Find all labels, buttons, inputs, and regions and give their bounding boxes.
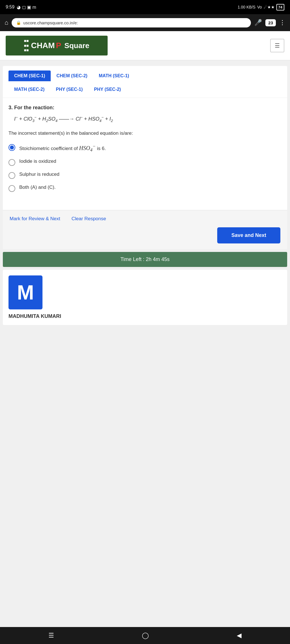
main-content: ■■■■■■ CHAMP Square ☰ CHEM (SEC-1) CHEM … xyxy=(0,31,290,644)
network-type: Vo xyxy=(257,5,262,9)
time-left-bar: Time Left : 2h 4m 45s xyxy=(3,252,287,267)
tabs-row-1: CHEM (SEC-1) CHEM (SEC-2) MATH (SEC-1) xyxy=(8,70,282,81)
question-body: The incorrect statement(s) in the balanc… xyxy=(8,130,282,137)
url-bar[interactable]: 🔒 uscore.champsquare.co.in/e: xyxy=(12,18,251,27)
lock-icon: 🔒 xyxy=(16,20,21,25)
option-b-text: Iodide is oxidized xyxy=(19,159,56,164)
option-d[interactable]: Both (A) and (C). xyxy=(8,185,282,192)
tab-math-sec2[interactable]: MATH (SEC-2) xyxy=(8,84,50,95)
hso4-formula: HSO4− xyxy=(79,145,95,151)
user-section: M MADHUMITA KUMARI xyxy=(3,270,287,325)
user-avatar: M xyxy=(8,275,42,309)
hamburger-menu-button[interactable]: ☰ xyxy=(270,39,284,52)
tabs-row-2: MATH (SEC-2) PHY (SEC-1) PHY (SEC-2) xyxy=(8,81,282,98)
action-buttons-row1: Mark for Review & Next Clear Response xyxy=(10,216,280,222)
logo-text-p: P xyxy=(56,41,61,50)
action-buttons-row2: Save and Next xyxy=(10,227,280,243)
radio-c[interactable] xyxy=(8,172,15,179)
options-list: Stoichiometric coefficient of HSO4− is 6… xyxy=(8,144,282,192)
tab-phy-sec2[interactable]: PHY (SEC-2) xyxy=(88,84,127,95)
option-a[interactable]: Stoichiometric coefficient of HSO4− is 6… xyxy=(8,144,282,153)
browser-menu-icon[interactable]: ⋮ xyxy=(279,19,285,26)
tab-chem-sec1[interactable]: CHEM (SEC-1) xyxy=(8,70,51,81)
option-b[interactable]: Iodide is oxidized xyxy=(8,159,282,166)
radio-inner-a xyxy=(10,146,14,149)
site-header: ■■■■■■ CHAMP Square ☰ xyxy=(0,31,290,60)
network-speed: 1.00 KB/S xyxy=(238,5,255,9)
site-logo: ■■■■■■ CHAMP Square xyxy=(6,36,108,55)
question-number: 3. For the reaction: xyxy=(8,105,282,111)
option-d-text: Both (A) and (C). xyxy=(19,185,56,190)
question-area: 3. For the reaction: I− + ClO3− + H2SO4 … xyxy=(3,98,287,204)
mark-review-button[interactable]: Mark for Review & Next xyxy=(10,216,60,222)
browser-bar: ⌂ 🔒 uscore.champsquare.co.in/e: 🎤 23 ⋮ xyxy=(0,14,290,31)
logo-grid-icon: ■■■■■■ xyxy=(24,38,29,53)
radio-a[interactable] xyxy=(8,144,15,151)
status-right: 1.00 KB/S Vo ☄★★ 74 xyxy=(238,4,284,10)
nav-menu-icon[interactable]: ☰ xyxy=(48,632,54,639)
nav-home-circle-icon[interactable]: ◯ xyxy=(142,632,149,639)
avatar-letter: M xyxy=(17,281,34,304)
save-next-button[interactable]: Save and Next xyxy=(217,227,280,243)
chemical-equation: I− + ClO3− + H2SO4 ——→ Cl− + HSO4− + I2 xyxy=(14,115,282,123)
action-bar: Mark for Review & Next Clear Response Sa… xyxy=(3,210,287,249)
radio-d[interactable] xyxy=(8,185,15,192)
tab-math-sec1[interactable]: MATH (SEC-1) xyxy=(93,70,135,81)
microphone-icon[interactable]: 🎤 xyxy=(254,19,262,26)
bottom-navigation: ☰ ◯ ◀ xyxy=(0,627,290,644)
status-time: 9:59 xyxy=(6,5,14,10)
clear-response-button[interactable]: Clear Response xyxy=(72,216,106,222)
url-text: uscore.champsquare.co.in/e: xyxy=(23,20,78,25)
signal-strength: ☄★★ xyxy=(264,5,275,9)
battery-indicator: 74 xyxy=(276,4,284,10)
radio-b[interactable] xyxy=(8,159,15,166)
tabs-count[interactable]: 23 xyxy=(265,19,276,26)
section-tabs: CHEM (SEC-1) CHEM (SEC-2) MATH (SEC-1) M… xyxy=(3,66,287,98)
nav-back-icon[interactable]: ◀ xyxy=(237,632,242,639)
logo-text-square: Square xyxy=(62,41,89,50)
logo-text-cham: CHAM xyxy=(31,41,55,50)
status-icons: ◕ ◻ ▣ m xyxy=(17,5,36,10)
status-bar: 9:59 ◕ ◻ ▣ m 1.00 KB/S Vo ☄★★ 74 xyxy=(0,0,290,14)
option-a-text: Stoichiometric coefficient of HSO4− is 6… xyxy=(19,144,106,153)
content-card: CHEM (SEC-1) CHEM (SEC-2) MATH (SEC-1) M… xyxy=(3,66,287,249)
user-name: MADHUMITA KUMARI xyxy=(8,313,282,319)
tab-phy-sec1[interactable]: PHY (SEC-1) xyxy=(50,84,88,95)
status-left: 9:59 ◕ ◻ ▣ m xyxy=(6,5,36,10)
option-c-text: Sulphur is reduced xyxy=(19,172,59,177)
home-icon[interactable]: ⌂ xyxy=(5,19,8,26)
option-c[interactable]: Sulphur is reduced xyxy=(8,172,282,179)
tab-chem-sec2[interactable]: CHEM (SEC-2) xyxy=(51,70,93,81)
